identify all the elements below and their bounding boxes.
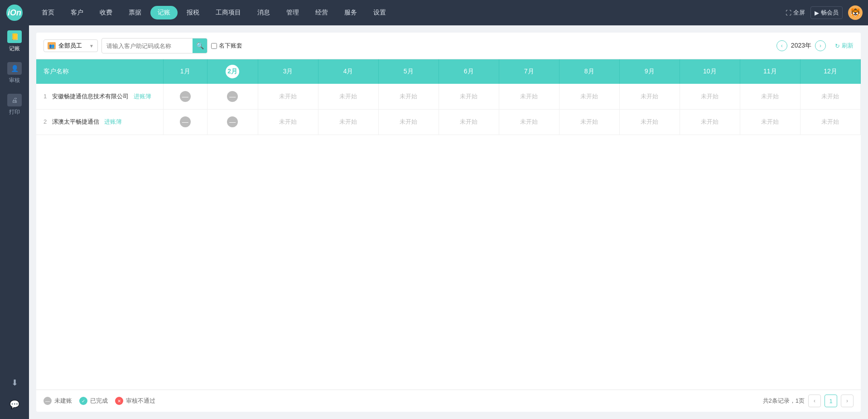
table-row: 1 安徽畅捷通信息技术有限公司 进账簿 ——未开始未开始未开始未开始未开始未开始… (36, 84, 861, 109)
month-cell-5: 未开始 (378, 84, 439, 109)
year-display: 2023年 (791, 42, 811, 50)
nav-service[interactable]: 服务 (337, 6, 364, 19)
my-accounts-checkbox[interactable] (211, 43, 217, 49)
month-cell-11: 未开始 (740, 84, 800, 109)
month-cell-3: 未开始 (258, 84, 318, 109)
th-client-name: 客户名称 (36, 59, 163, 84)
status-not-started: 未开始 (279, 118, 297, 125)
client-name-cell: 2 漯澳太平畅捷通信 进账簿 (36, 109, 163, 135)
topnav-right: ⛶ 全屏 ▶ 畅会员 🐯 (786, 5, 863, 20)
refresh-icon: ↻ (835, 43, 840, 49)
nav-client[interactable]: 客户 (63, 6, 91, 19)
employee-select-value: 全部员工 (58, 42, 82, 50)
nav-manage[interactable]: 管理 (279, 6, 306, 19)
status-not-started: 未开始 (761, 93, 779, 100)
status-not-started: 未开始 (400, 93, 417, 100)
bookkeeping-icon: 📒 (7, 30, 22, 43)
nav-tax[interactable]: 报税 (179, 6, 207, 19)
user-avatar[interactable]: 🐯 (848, 5, 863, 20)
month-cell-2: — (207, 84, 258, 109)
legend-teal-icon: ✓ (79, 397, 87, 405)
client-name: 漯澳太平畅捷通信 (52, 118, 99, 125)
sidebar: iOn 📒 记账 👤 审核 🖨 打印 ⬇ 💬 (0, 0, 29, 419)
main-card: 👥 全部员工 ▼ 🔍 名下账套 ‹ 2023年 › (36, 33, 861, 412)
th-jul: 7月 (499, 59, 559, 84)
th-nov: 11月 (740, 59, 800, 84)
sidebar-bottom: ⬇ 💬 (5, 374, 24, 419)
th-jan: 1月 (163, 59, 207, 84)
refresh-button[interactable]: ↻ 刷新 (835, 42, 854, 50)
enter-ledger-link[interactable]: 进账簿 (134, 93, 151, 100)
status-not-started: 未开始 (580, 118, 598, 125)
status-not-started: 未开始 (520, 118, 538, 125)
th-dec: 12月 (800, 59, 860, 84)
footer: — 未建账 ✓ 已完成 ✕ 审核不通过 共2条记录，1页 ‹ 1 › (36, 390, 861, 412)
sidebar-item-audit[interactable]: 👤 审核 (0, 57, 29, 89)
nav-invoice[interactable]: 票据 (121, 6, 149, 19)
download-icon[interactable]: ⬇ (5, 374, 24, 392)
nav-operation[interactable]: 经营 (308, 6, 335, 19)
client-name-cell: 1 安徽畅捷通信息技术有限公司 进账簿 (36, 84, 163, 109)
status-not-started: 未开始 (520, 93, 538, 100)
month-cell-1: — (163, 109, 207, 135)
content-area: 👥 全部员工 ▼ 🔍 名下账套 ‹ 2023年 › (29, 25, 868, 419)
status-not-started: 未开始 (641, 118, 658, 125)
month-cell-12: 未开始 (800, 109, 860, 135)
sidebar-item-print[interactable]: 🖨 打印 (0, 89, 29, 120)
status-not-started: 未开始 (821, 93, 839, 100)
sidebar-audit-label: 审核 (9, 77, 20, 84)
status-not-started: 未开始 (641, 93, 658, 100)
employee-select[interactable]: 👥 全部员工 ▼ (43, 39, 98, 52)
enter-ledger-link[interactable]: 进账簿 (104, 118, 122, 125)
help-icon[interactable]: 💬 (5, 395, 24, 414)
vip-button[interactable]: ▶ 畅会员 (810, 6, 843, 19)
status-not-started: 未开始 (400, 118, 417, 125)
status-not-started: 未开始 (580, 93, 598, 100)
nav-bookkeeping[interactable]: 记账 (150, 6, 178, 19)
legend-not-created: — 未建账 (43, 397, 72, 405)
month-cell-11: 未开始 (740, 109, 800, 135)
legend-rejected-label: 审核不通过 (126, 397, 155, 405)
sidebar-item-bookkeeping[interactable]: 📒 记账 (0, 25, 29, 57)
year-prev-button[interactable]: ‹ (776, 40, 787, 51)
th-jun: 6月 (439, 59, 499, 84)
nav-message[interactable]: 消息 (250, 6, 277, 19)
employee-icon: 👥 (48, 42, 56, 49)
prev-page-button[interactable]: ‹ (808, 395, 821, 407)
month-cell-6: 未开始 (439, 109, 499, 135)
month-cell-10: 未开始 (680, 84, 740, 109)
month-cell-10: 未开始 (680, 109, 740, 135)
status-circle: — (227, 91, 238, 102)
month-cell-3: 未开始 (258, 109, 318, 135)
month-cell-4: 未开始 (318, 84, 378, 109)
vip-label: 畅会员 (821, 9, 839, 17)
nav-settings[interactable]: 设置 (366, 6, 393, 19)
status-not-started: 未开始 (761, 118, 779, 125)
top-navigation: 首页 客户 收费 票据 记账 报税 工商项目 消息 管理 经营 服务 设置 ⛶ … (29, 0, 868, 25)
month-cell-4: 未开始 (318, 109, 378, 135)
nav-billing[interactable]: 收费 (92, 6, 120, 19)
client-index: 2 (43, 118, 47, 125)
nav-home[interactable]: 首页 (34, 6, 62, 19)
nav-business[interactable]: 工商项目 (208, 6, 248, 19)
sidebar-bookkeeping-label: 记账 (9, 45, 20, 53)
th-feb-circle: 2月 (226, 65, 239, 78)
current-page-number[interactable]: 1 (825, 395, 837, 407)
th-sep: 9月 (619, 59, 680, 84)
client-index: 1 (43, 93, 47, 100)
legend-rejected: ✕ 审核不通过 (115, 397, 155, 405)
search-button[interactable]: 🔍 (193, 39, 207, 53)
search-input[interactable] (102, 40, 193, 52)
th-feb: 2月 (207, 59, 258, 84)
refresh-label: 刷新 (842, 42, 854, 50)
next-page-button[interactable]: › (841, 395, 854, 407)
my-accounts-checkbox-label[interactable]: 名下账套 (211, 42, 242, 50)
status-not-started: 未开始 (339, 118, 357, 125)
pagination: 共2条记录，1页 ‹ 1 › (763, 395, 854, 407)
month-cell-6: 未开始 (439, 84, 499, 109)
th-apr: 4月 (318, 59, 378, 84)
th-mar: 3月 (258, 59, 318, 84)
th-may: 5月 (378, 59, 439, 84)
year-next-button[interactable]: › (815, 40, 826, 51)
fullscreen-button[interactable]: ⛶ 全屏 (786, 9, 805, 17)
